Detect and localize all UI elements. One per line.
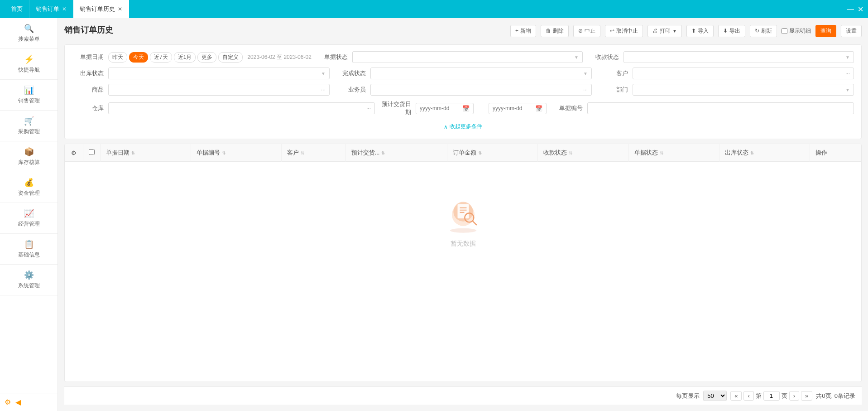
delivery-status-label: 出库状态	[72, 69, 104, 77]
date-btn-today[interactable]: 今天	[129, 52, 148, 63]
customer-field[interactable]: ···	[633, 68, 854, 79]
cancel-stop-icon: ↩	[610, 28, 614, 34]
warehouse-field[interactable]: ···	[108, 102, 375, 114]
export-button[interactable]: ⬇ 导出	[718, 25, 745, 37]
delivery-status-sort-icon: ⇅	[750, 150, 754, 155]
select-all-checkbox[interactable]	[89, 149, 95, 155]
table-container: ⚙ 单据日期 ⇅ 单据编号	[64, 144, 862, 382]
setting-button[interactable]: 设置	[841, 25, 862, 37]
amount-column-header[interactable]: 订单金额 ⇅	[447, 144, 538, 162]
top-bar: 首页 销售订单 ✕ 销售订单历史 ✕ — ✕	[0, 0, 868, 18]
payment-status-input[interactable]	[628, 54, 844, 60]
show-detail-label[interactable]: 显示明细	[782, 27, 811, 35]
tab-sales-order-history-close[interactable]: ✕	[118, 6, 122, 12]
customer-column-header[interactable]: 客户 ⇅	[281, 144, 345, 162]
expected-date-to-input[interactable]	[493, 105, 533, 111]
settings-bottom-icon[interactable]: ⚙	[5, 398, 11, 406]
show-detail-checkbox[interactable]	[782, 28, 787, 34]
salesperson-input[interactable]	[374, 87, 581, 93]
new-button[interactable]: + 新增	[510, 25, 536, 37]
date-column-label: 单据日期	[106, 149, 129, 157]
delivery-status-input[interactable]	[112, 70, 319, 77]
sidebar-item-finance[interactable]: 💰 资金管理	[0, 172, 58, 203]
payment-status-column-header[interactable]: 收款状态 ⇅	[538, 144, 628, 162]
tab-home-label: 首页	[11, 5, 23, 13]
sidebar-item-sales-mgmt[interactable]: 📊 销售管理	[0, 80, 58, 111]
cancel-stop-button[interactable]: ↩ 取消中止	[605, 25, 643, 37]
tab-sales-order-close[interactable]: ✕	[62, 6, 67, 12]
salesperson-field[interactable]: ···	[370, 84, 592, 96]
data-table: ⚙ 单据日期 ⇅ 单据编号	[65, 144, 861, 275]
collapse-bar[interactable]: ∧ 收起更多条件	[72, 121, 854, 132]
customer-sort-icon: ⇅	[301, 150, 304, 155]
sidebar-item-operations[interactable]: 📈 经营管理	[0, 203, 58, 234]
tab-home[interactable]: 首页	[5, 0, 29, 18]
date-btn-last7[interactable]: 近7天	[150, 52, 172, 63]
tab-sales-order[interactable]: 销售订单 ✕	[29, 0, 73, 18]
tab-sales-order-history[interactable]: 销售订单历史 ✕	[73, 0, 129, 18]
sidebar-item-purchase-mgmt[interactable]: 🛒 采购管理	[0, 111, 58, 141]
complete-status-field[interactable]: ▼	[370, 68, 592, 79]
product-label: 商品	[72, 86, 104, 94]
header-row: 销售订单历史 + 新增 🗑 删除 ⊘ 中止 ↩ 取消中止	[64, 24, 862, 37]
date-column-header[interactable]: 单据日期 ⇅	[100, 144, 191, 162]
product-field[interactable]: ···	[108, 84, 330, 96]
sidebar-item-search-menu[interactable]: 🔍 搜索菜单	[0, 18, 58, 49]
order-status-column-label: 单据状态	[634, 149, 658, 157]
delivery-status-column-header[interactable]: 出库状态 ⇅	[719, 144, 810, 162]
date-btn-last1month[interactable]: 近1月	[174, 52, 196, 63]
expected-date-from-input[interactable]	[420, 105, 460, 111]
minimize-btn[interactable]: —	[847, 5, 854, 13]
delete-button[interactable]: 🗑 删除	[541, 25, 569, 37]
page-number-input[interactable]	[763, 391, 780, 401]
stop-label: 中止	[585, 27, 595, 35]
first-page-btn[interactable]: «	[730, 391, 742, 401]
expected-date-from-field[interactable]: 📅	[416, 103, 474, 114]
date-btn-yesterday[interactable]: 昨天	[108, 52, 127, 63]
collapse-bottom-icon[interactable]: ◀	[15, 398, 21, 406]
system-mgmt-icon: ⚙️	[24, 270, 34, 280]
date-btn-custom[interactable]: 自定义	[218, 52, 243, 63]
checkbox-column-header[interactable]	[83, 144, 100, 162]
expected-date-to-field[interactable]: 📅	[489, 103, 547, 114]
gear-column-header[interactable]: ⚙	[65, 144, 83, 162]
print-button[interactable]: 🖨 打印 ▼	[647, 25, 682, 37]
sidebar-item-sales-mgmt-label: 销售管理	[18, 97, 40, 105]
payment-status-field[interactable]: ▼	[623, 51, 854, 63]
order-status-input[interactable]	[356, 54, 572, 60]
order-no-field[interactable]	[587, 102, 854, 114]
next-page-btn[interactable]: ›	[789, 391, 799, 401]
order-no-input[interactable]	[591, 105, 850, 111]
department-input[interactable]	[637, 87, 844, 93]
export-label: 导出	[729, 27, 740, 35]
sidebar-item-inventory[interactable]: 📦 库存核算	[0, 141, 58, 172]
product-input[interactable]	[112, 87, 319, 93]
refresh-button[interactable]: ↻ 刷新	[750, 25, 777, 37]
complete-status-input[interactable]	[374, 70, 581, 77]
page-navigation: « ‹ 第 页 › »	[730, 391, 812, 401]
order-status-column-header[interactable]: 单据状态 ⇅	[628, 144, 719, 162]
per-page-select[interactable]: 20 50 100	[703, 391, 727, 401]
order-status-field[interactable]: ▼	[352, 51, 583, 63]
stop-button[interactable]: ⊘ 中止	[573, 25, 600, 37]
import-label: 导入	[698, 27, 709, 35]
sidebar-item-quick-nav[interactable]: ⚡ 快捷导航	[0, 49, 58, 80]
sidebar-item-basic-info[interactable]: 📋 基础信息	[0, 234, 58, 265]
date-btn-more[interactable]: 更多	[197, 52, 216, 63]
table-body: 暂无数据	[65, 162, 861, 276]
order-no-column-header[interactable]: 单据编号 ⇅	[191, 144, 281, 162]
expected-date-column-header[interactable]: 预计交货... ⇅	[345, 144, 447, 162]
prev-page-btn[interactable]: ‹	[743, 391, 753, 401]
gear-icon: ⚙	[71, 150, 77, 156]
department-field[interactable]: ▼	[633, 84, 854, 96]
import-button[interactable]: ⬆ 导入	[686, 25, 714, 37]
close-btn[interactable]: ✕	[858, 5, 863, 14]
last-page-btn[interactable]: »	[801, 391, 812, 401]
warehouse-input[interactable]	[112, 105, 364, 111]
refresh-icon: ↻	[755, 28, 759, 34]
sidebar-item-system-mgmt[interactable]: ⚙️ 系统管理	[0, 265, 58, 295]
customer-input[interactable]	[637, 70, 844, 77]
delivery-status-field[interactable]: ▼	[108, 68, 330, 79]
query-button[interactable]: 查询	[815, 25, 836, 37]
page-word: 第	[756, 392, 762, 400]
